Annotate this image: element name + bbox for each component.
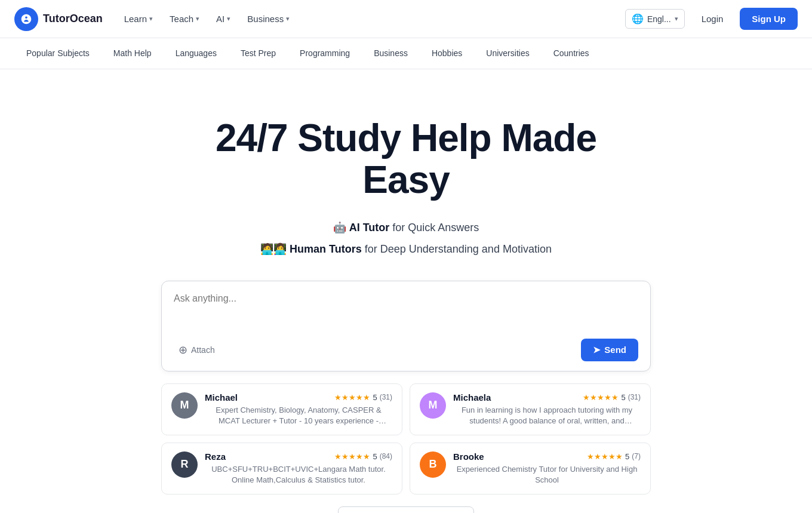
- logo-text: TutorOcean: [43, 13, 103, 25]
- secondary-nav: Popular Subjects Math Help Languages Tes…: [0, 38, 812, 69]
- star-icons: ★★★★★: [587, 452, 623, 461]
- tutor-description: UBC+SFU+TRU+BCIT+UVIC+Langara Math tutor…: [205, 464, 392, 486]
- tutor-description: Fun in learning is how I approach tutori…: [453, 405, 641, 426]
- chevron-down-icon: ▾: [149, 15, 153, 23]
- tutor-description: Expert Chemistry, Biology, Anatomy, CASP…: [205, 405, 392, 426]
- tutor-info: Reza ★★★★★ 5 (84) UBC+SFU+TRU+BCIT+UVIC+…: [205, 451, 392, 486]
- tutor-card-michael[interactable]: M Michael ★★★★★ 5 (31) Expert Chemistry,…: [161, 383, 402, 435]
- tutor-avatar: M: [171, 392, 198, 419]
- send-button[interactable]: ➤ Send: [581, 339, 638, 361]
- nav-business[interactable]: Business ▾: [240, 9, 297, 29]
- nav-countries[interactable]: Countries: [542, 40, 601, 67]
- tutor-avatar: R: [171, 451, 198, 478]
- tutor-header: Michael ★★★★★ 5 (31): [205, 392, 392, 403]
- tutor-header: Brooke ★★★★★ 5 (7): [453, 451, 641, 462]
- review-count: (7): [632, 452, 641, 460]
- nav-learn[interactable]: Learn ▾: [117, 9, 160, 29]
- chevron-down-icon: ▾: [196, 15, 199, 23]
- people-emoji: 🧑‍💻👩‍💻: [260, 243, 290, 255]
- attach-icon: ⊕: [179, 343, 187, 357]
- tutor-rating: ★★★★★ 5 (31): [334, 393, 392, 402]
- chevron-down-icon: ▾: [675, 15, 678, 23]
- chevron-down-icon: ▾: [227, 15, 230, 23]
- nav-teach[interactable]: Teach ▾: [162, 9, 207, 29]
- search-box: ⊕ Attach ➤ Send: [161, 281, 651, 371]
- review-count: (31): [628, 393, 641, 401]
- search-input[interactable]: [174, 293, 638, 329]
- tutor-info: Michaela ★★★★★ 5 (31) Fun in learning is…: [453, 392, 641, 426]
- tutor-description: Experienced Chemistry Tutor for Universi…: [453, 464, 641, 486]
- tutor-name: Brooke: [453, 451, 484, 462]
- nav-popular-subjects[interactable]: Popular Subjects: [14, 40, 102, 67]
- nav-universities[interactable]: Universities: [474, 40, 541, 67]
- nav-test-prep[interactable]: Test Prep: [229, 40, 288, 67]
- search-footer: ⊕ Attach ➤ Send: [174, 339, 638, 361]
- logo-link[interactable]: TutorOcean: [14, 7, 103, 31]
- nav-hobbies[interactable]: Hobbies: [420, 40, 474, 67]
- tutor-card-reza[interactable]: R Reza ★★★★★ 5 (84) UBC+SFU+TRU+BCIT+UVI…: [161, 443, 402, 494]
- globe-icon: 🌐: [632, 13, 644, 24]
- tutor-rating: ★★★★★ 5 (7): [587, 452, 641, 461]
- tutor-rating: ★★★★★ 5 (84): [334, 452, 392, 461]
- tutor-card-michaela[interactable]: M Michaela ★★★★★ 5 (31) Fun in learning …: [410, 383, 651, 435]
- tutor-card-brooke[interactable]: B Brooke ★★★★★ 5 (7) Experienced Chemist…: [410, 443, 651, 494]
- nav-ai[interactable]: AI ▾: [209, 9, 238, 29]
- logo-icon: [14, 7, 38, 31]
- hero-subtitle-ai: 🤖 AI Tutor for Quick Answers: [333, 218, 479, 237]
- star-icons: ★★★★★: [334, 393, 370, 402]
- nav-math-help[interactable]: Math Help: [102, 40, 164, 67]
- nav-programming[interactable]: Programming: [288, 40, 362, 67]
- signup-button[interactable]: Sign Up: [740, 8, 798, 30]
- tutor-name: Michael: [205, 392, 238, 403]
- hero-title: 24/7 Study Help Made Easy: [197, 117, 615, 201]
- tutor-avatar: B: [420, 451, 446, 478]
- star-icons: ★★★★★: [334, 452, 370, 461]
- tutor-rating: ★★★★★ 5 (31): [583, 393, 641, 402]
- tutor-name: Michaela: [453, 392, 491, 403]
- navbar: TutorOcean Learn ▾ Teach ▾ AI ▾ Business…: [0, 0, 812, 38]
- hero-section: 24/7 Study Help Made Easy 🤖 AI Tutor for…: [0, 69, 812, 513]
- attach-button[interactable]: ⊕ Attach: [174, 341, 220, 359]
- tutor-name: Reza: [205, 451, 226, 462]
- tutor-info: Brooke ★★★★★ 5 (7) Experienced Chemistry…: [453, 451, 641, 486]
- nav-languages[interactable]: Languages: [164, 40, 229, 67]
- language-selector[interactable]: 🌐 Engl... ▾: [625, 9, 685, 29]
- tutor-avatar: M: [420, 392, 446, 419]
- tutor-info: Michael ★★★★★ 5 (31) Expert Chemistry, B…: [205, 392, 392, 426]
- review-count: (31): [380, 393, 392, 401]
- robot-emoji: 🤖: [333, 222, 349, 234]
- login-button[interactable]: Login: [692, 9, 733, 29]
- nav-links: Learn ▾ Teach ▾ AI ▾ Business ▾: [117, 9, 620, 29]
- chevron-down-icon: ▾: [286, 15, 290, 23]
- tutor-grid: M Michael ★★★★★ 5 (31) Expert Chemistry,…: [161, 383, 651, 495]
- nav-right: 🌐 Engl... ▾ Login Sign Up: [625, 8, 798, 30]
- hero-subtitle-human: 🧑‍💻👩‍💻 Human Tutors for Deep Understandi…: [260, 239, 552, 259]
- star-icons: ★★★★★: [583, 393, 619, 402]
- review-count: (84): [380, 452, 392, 460]
- view-all-tutors-button[interactable]: ↗ View all top-rated tutors: [338, 506, 474, 513]
- nav-business[interactable]: Business: [362, 40, 420, 67]
- tutor-header: Michaela ★★★★★ 5 (31): [453, 392, 641, 403]
- send-icon: ➤: [593, 345, 601, 355]
- tutor-header: Reza ★★★★★ 5 (84): [205, 451, 392, 462]
